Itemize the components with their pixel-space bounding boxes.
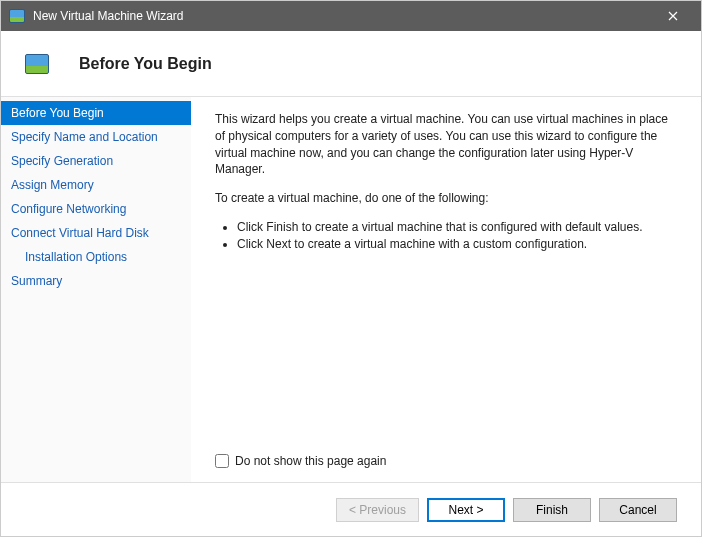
previous-button: < Previous: [336, 498, 419, 522]
sidebar-item-connect-vhd[interactable]: Connect Virtual Hard Disk: [1, 221, 191, 245]
sidebar-item-specify-name[interactable]: Specify Name and Location: [1, 125, 191, 149]
wizard-icon: [25, 54, 49, 74]
app-icon: [9, 9, 25, 23]
instruction-list: Click Finish to create a virtual machine…: [215, 219, 681, 253]
sidebar-item-specify-generation[interactable]: Specify Generation: [1, 149, 191, 173]
sidebar-item-installation-options[interactable]: Installation Options: [1, 245, 191, 269]
intro-text: This wizard helps you create a virtual m…: [215, 111, 681, 178]
list-item: Click Finish to create a virtual machine…: [237, 219, 681, 236]
page-title: Before You Begin: [79, 55, 212, 73]
do-not-show-label: Do not show this page again: [235, 454, 386, 468]
wizard-footer: < Previous Next > Finish Cancel: [1, 482, 701, 536]
sidebar-item-assign-memory[interactable]: Assign Memory: [1, 173, 191, 197]
wizard-steps-sidebar: Before You Begin Specify Name and Locati…: [1, 97, 191, 482]
cancel-button[interactable]: Cancel: [599, 498, 677, 522]
list-item: Click Next to create a virtual machine w…: [237, 236, 681, 253]
do-not-show-checkbox[interactable]: [215, 454, 229, 468]
do-not-show-row: Do not show this page again: [215, 454, 681, 468]
finish-button[interactable]: Finish: [513, 498, 591, 522]
close-icon[interactable]: [653, 1, 693, 31]
wizard-content: This wizard helps you create a virtual m…: [191, 97, 701, 482]
titlebar: New Virtual Machine Wizard: [1, 1, 701, 31]
sidebar-item-configure-networking[interactable]: Configure Networking: [1, 197, 191, 221]
subhead-text: To create a virtual machine, do one of t…: [215, 190, 681, 207]
sidebar-item-summary[interactable]: Summary: [1, 269, 191, 293]
next-button[interactable]: Next >: [427, 498, 505, 522]
window-title: New Virtual Machine Wizard: [33, 9, 653, 23]
sidebar-item-before-you-begin[interactable]: Before You Begin: [1, 101, 191, 125]
wizard-header: Before You Begin: [1, 31, 701, 97]
wizard-body: Before You Begin Specify Name and Locati…: [1, 97, 701, 482]
